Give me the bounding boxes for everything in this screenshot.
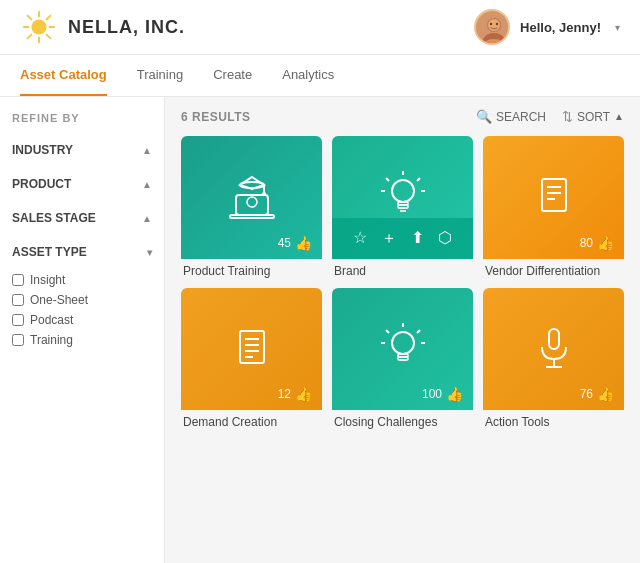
filter-item-insight[interactable]: Insight	[12, 270, 152, 290]
svg-point-42	[392, 332, 414, 354]
card-badge-3: 80 👍	[580, 235, 614, 251]
svg-rect-51	[549, 329, 559, 349]
card-icon-mic	[519, 314, 589, 384]
filter-asset-type-arrow: ▾	[147, 247, 152, 258]
nav-create[interactable]: Create	[213, 55, 252, 96]
filter-industry-arrow: ▲	[142, 145, 152, 156]
svg-line-44	[417, 330, 420, 333]
card-add-icon[interactable]: ＋	[381, 228, 397, 249]
filter-sales-stage: SALES STAGE ▲	[12, 206, 152, 230]
filter-product-label[interactable]: PRODUCT ▲	[12, 172, 152, 196]
svg-line-45	[386, 330, 389, 333]
search-icon: 🔍	[476, 109, 492, 124]
refine-title: REFINE BY	[12, 112, 152, 124]
content: 6 RESULTS 🔍 SEARCH ⇅ SORT ▲	[165, 97, 640, 563]
svg-line-6	[47, 35, 51, 39]
card-demand-creation[interactable]: 12 👍 Demand Creation	[181, 288, 322, 430]
like-icon-6: 👍	[597, 386, 614, 402]
filter-item-training[interactable]: Training	[12, 330, 152, 350]
results-count: 6 RESULTS	[181, 110, 251, 124]
card-open-icon[interactable]: ⬡	[438, 228, 452, 249]
main: REFINE BY INDUSTRY ▲ PRODUCT ▲ SALES STA…	[0, 97, 640, 563]
filter-asset-type-label[interactable]: ASSET TYPE ▾	[12, 240, 152, 264]
svg-line-5	[28, 16, 32, 20]
like-icon-4: 👍	[295, 386, 312, 402]
logo-area: NELLA, INC.	[20, 8, 474, 46]
svg-point-22	[247, 197, 257, 207]
user-greeting: Hello, Jenny!	[520, 20, 601, 35]
svg-rect-33	[542, 179, 566, 211]
svg-rect-37	[240, 331, 264, 363]
nav-asset-catalog[interactable]: Asset Catalog	[20, 55, 107, 96]
nav: Asset Catalog Training Create Analytics	[0, 55, 640, 97]
asset-grid: 45 👍 Product Training	[181, 136, 624, 429]
card-closing-challenges[interactable]: 100 👍 Closing Challenges	[332, 288, 473, 430]
filter-sales-stage-label[interactable]: SALES STAGE ▲	[12, 206, 152, 230]
like-icon-1: 👍	[295, 235, 312, 251]
sort-icon: ⇅	[562, 109, 573, 124]
nav-analytics[interactable]: Analytics	[282, 55, 334, 96]
card-label-2: Brand	[332, 264, 473, 278]
svg-line-25	[417, 178, 420, 181]
header: NELLA, INC. Hello, Jenny! ▾	[0, 0, 640, 55]
card-badge-5: 100 👍	[422, 386, 463, 402]
svg-line-26	[386, 178, 389, 181]
filter-item-podcast[interactable]: Podcast	[12, 310, 152, 330]
svg-line-8	[28, 35, 32, 39]
svg-rect-16	[236, 195, 268, 215]
card-label-1: Product Training	[181, 264, 322, 278]
checkbox-onesheet[interactable]	[12, 294, 24, 306]
like-icon-5: 👍	[446, 386, 463, 402]
checkbox-podcast[interactable]	[12, 314, 24, 326]
svg-point-14	[496, 23, 498, 25]
filter-asset-type-items: Insight One-Sheet Podcast Training	[12, 270, 152, 350]
nav-training[interactable]: Training	[137, 55, 183, 96]
card-brand[interactable]: ☆ ＋ ⬆ ⬡ Brand	[332, 136, 473, 278]
checkbox-training[interactable]	[12, 334, 24, 346]
filter-industry-label[interactable]: INDUSTRY ▲	[12, 138, 152, 162]
filter-product-arrow: ▲	[142, 179, 152, 190]
svg-rect-17	[230, 215, 274, 218]
filter-industry: INDUSTRY ▲	[12, 138, 152, 162]
card-product-training[interactable]: 45 👍 Product Training	[181, 136, 322, 278]
card-badge-6: 76 👍	[580, 386, 614, 402]
search-button[interactable]: 🔍 SEARCH	[476, 109, 546, 124]
card-icon-document2	[217, 314, 287, 384]
sidebar: REFINE BY INDUSTRY ▲ PRODUCT ▲ SALES STA…	[0, 97, 165, 563]
user-area: Hello, Jenny! ▾	[474, 9, 620, 45]
card-label-5: Closing Challenges	[332, 415, 473, 429]
card-icon-graduate	[217, 162, 287, 232]
card-badge-1: 45 👍	[278, 235, 312, 251]
user-menu-chevron[interactable]: ▾	[615, 22, 620, 33]
svg-point-0	[31, 19, 46, 34]
svg-point-13	[490, 23, 492, 25]
card-icon-document	[519, 162, 589, 232]
card-hover-overlay: ☆ ＋ ⬆ ⬡	[332, 218, 473, 259]
like-icon-3: 👍	[597, 235, 614, 251]
checkbox-insight[interactable]	[12, 274, 24, 286]
sort-button[interactable]: ⇅ SORT ▲	[562, 109, 624, 124]
sort-chevron: ▲	[614, 111, 624, 122]
svg-point-21	[262, 192, 266, 196]
filter-sales-stage-arrow: ▲	[142, 213, 152, 224]
filter-asset-type: ASSET TYPE ▾ Insight One-Sheet Podcast	[12, 240, 152, 350]
card-share-icon[interactable]: ⬆	[411, 228, 424, 249]
filter-item-onesheet[interactable]: One-Sheet	[12, 290, 152, 310]
avatar[interactable]	[474, 9, 510, 45]
card-action-tools[interactable]: 76 👍 Action Tools	[483, 288, 624, 430]
card-badge-4: 12 👍	[278, 386, 312, 402]
filter-product: PRODUCT ▲	[12, 172, 152, 196]
logo-text: NELLA, INC.	[68, 17, 185, 38]
card-icon-bulb2	[368, 314, 438, 384]
results-bar: 6 RESULTS 🔍 SEARCH ⇅ SORT ▲	[181, 109, 624, 124]
logo-icon	[20, 8, 58, 46]
card-label-3: Vendor Differentiation	[483, 264, 624, 278]
card-label-4: Demand Creation	[181, 415, 322, 429]
svg-line-7	[47, 16, 51, 20]
card-label-6: Action Tools	[483, 415, 624, 429]
results-actions: 🔍 SEARCH ⇅ SORT ▲	[476, 109, 624, 124]
card-bookmark-icon[interactable]: ☆	[353, 228, 367, 249]
card-vendor-diff[interactable]: 80 👍 Vendor Differentiation	[483, 136, 624, 278]
svg-point-23	[392, 180, 414, 202]
